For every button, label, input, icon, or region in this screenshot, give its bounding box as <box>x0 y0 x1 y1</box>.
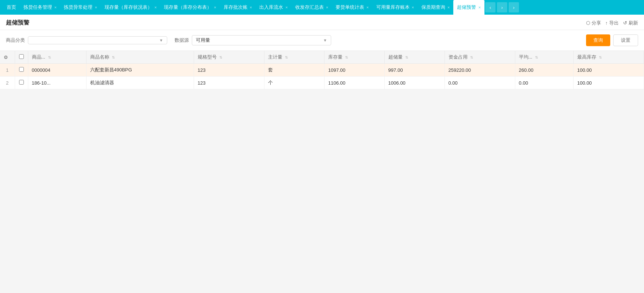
table-header-row: ⚙ 商品... ⇅ 商品名称 ⇅ 规格型号 ⇅ 主计量 <box>0 51 644 64</box>
col-avg-header[interactable]: 平均... ⇅ <box>515 51 573 64</box>
row-checkbox-1[interactable] <box>15 64 28 77</box>
nav-item-exception[interactable]: 拣货异常处理 × <box>60 0 100 15</box>
row-product-code-1: 0000004 <box>28 64 86 77</box>
close-icon-batch[interactable]: × <box>250 5 252 10</box>
col-overstock-header[interactable]: 超储量 ⇅ <box>384 51 444 64</box>
gear-icon[interactable]: ⚙ <box>4 55 8 60</box>
category-filter-group: 商品分类 ▼ <box>6 36 167 44</box>
col-max-header[interactable]: 最高库存 ⇅ <box>573 51 644 64</box>
row-select-checkbox-1[interactable] <box>19 67 24 72</box>
sort-icon-stock: ⇅ <box>345 55 348 59</box>
row-seq-1: 1 <box>0 64 15 77</box>
nav-next-arrow[interactable]: › <box>497 2 507 12</box>
datasource-value: 可用量 <box>196 37 210 44</box>
col-select-all[interactable] <box>15 51 28 64</box>
nav-prev-arrow[interactable]: ‹ <box>485 2 495 12</box>
nav-item-req-stats[interactable]: 要货单统计表 × <box>332 0 372 15</box>
nav-label-exception: 拣货异常处理 <box>64 4 92 11</box>
close-icon-expiry[interactable]: × <box>447 5 450 10</box>
nav-item-available[interactable]: 可用量库存账本 × <box>373 0 418 15</box>
col-product-code-label: 商品... <box>32 54 45 60</box>
nav-label-stock-status: 现存量（库存状况表） <box>105 4 152 11</box>
refresh-button[interactable]: ↺ 刷新 <box>623 20 638 26</box>
table-container: ⚙ 商品... ⇅ 商品名称 ⇅ 规格型号 ⇅ 主计量 <box>0 51 644 89</box>
nav-label-stock-dist: 现存量（库存分布表） <box>164 4 212 11</box>
nav-label-batch: 库存批次账 <box>224 4 248 11</box>
col-gear[interactable]: ⚙ <box>0 51 15 64</box>
filter-actions: 查询 设置 <box>586 34 638 46</box>
close-icon-overstock[interactable]: × <box>478 5 480 10</box>
col-max-label: 最高库存 <box>577 54 596 60</box>
sort-icon-spec: ⇅ <box>219 55 222 59</box>
nav-item-inout[interactable]: 出入库流水 × <box>256 0 291 15</box>
row-seq-2: 2 <box>0 77 15 89</box>
col-stock-header[interactable]: 库存量 ⇅ <box>324 51 384 64</box>
close-icon-task[interactable]: × <box>54 5 56 10</box>
row-select-checkbox-2[interactable] <box>19 80 24 85</box>
col-avg-label: 平均... <box>519 54 533 60</box>
close-icon-summary[interactable]: × <box>326 5 328 10</box>
row-overstock-2: 1006.00 <box>384 77 444 89</box>
close-icon-exception[interactable]: × <box>95 5 97 10</box>
col-product-name-header[interactable]: 商品名称 ⇅ <box>86 51 194 64</box>
col-unit-header[interactable]: 主计量 ⇅ <box>264 51 324 64</box>
row-checkbox-2[interactable] <box>15 77 28 89</box>
nav-item-task[interactable]: 拣货任务管理 × <box>20 0 60 15</box>
close-icon-stock-dist[interactable]: × <box>214 5 216 10</box>
nav-item-expiry[interactable]: 保质期查询 × <box>418 0 453 15</box>
close-icon-stock-status[interactable]: × <box>154 5 157 10</box>
nav-label-summary: 收发存汇总表 <box>295 4 324 11</box>
close-icon-inout[interactable]: × <box>285 5 288 10</box>
nav-item-summary[interactable]: 收发存汇总表 × <box>292 0 332 15</box>
share-button[interactable]: ⬡ 分享 <box>586 20 601 26</box>
nav-label-inout: 出入库流水 <box>259 4 283 11</box>
close-icon-req-stats[interactable]: × <box>366 5 369 10</box>
row-max-stock-1: 100.00 <box>573 64 644 77</box>
nav-bar: 首页 拣货任务管理 × 拣货异常处理 × 现存量（库存状况表） × 现存量（库存… <box>0 0 644 15</box>
row-product-name-1: 六配套新昌490BPG <box>86 64 194 77</box>
col-capital-header[interactable]: 资金占用 ⇅ <box>444 51 515 64</box>
select-all-checkbox[interactable] <box>19 54 24 59</box>
col-overstock-label: 超储量 <box>388 54 403 60</box>
table-row: 1 0000004 六配套新昌490BPG 123 套 1097.00 997.… <box>0 64 644 77</box>
share-label: 分享 <box>592 20 601 26</box>
datasource-filter-group: 数据源 可用量 ▼ <box>175 35 331 45</box>
col-capital-label: 资金占用 <box>449 54 468 60</box>
nav-item-overstock[interactable]: 超储预警 × <box>453 0 484 15</box>
col-spec-header[interactable]: 规格型号 ⇅ <box>194 51 264 64</box>
nav-label-available: 可用量库存账本 <box>376 4 410 11</box>
nav-item-batch[interactable]: 库存批次账 × <box>220 0 256 15</box>
page-title: 超储预警 <box>6 19 29 27</box>
refresh-icon: ↺ <box>623 20 627 26</box>
sort-icon-overstock: ⇅ <box>405 55 408 59</box>
nav-label-task: 拣货任务管理 <box>23 4 52 11</box>
export-button[interactable]: ↑ 导出 <box>605 20 619 26</box>
filter-bar: 商品分类 ▼ 数据源 可用量 ▼ 查询 设置 <box>0 30 644 51</box>
settings-button[interactable]: 设置 <box>613 34 638 46</box>
datasource-select[interactable]: 可用量 ▼ <box>192 35 331 45</box>
refresh-label: 刷新 <box>629 20 638 26</box>
col-product-code-header[interactable]: 商品... ⇅ <box>28 51 86 64</box>
row-spec-2: 123 <box>194 77 264 89</box>
nav-label-req-stats: 要货单统计表 <box>336 4 364 11</box>
nav-more-arrow[interactable]: › <box>509 2 519 12</box>
row-overstock-1: 997.00 <box>384 64 444 77</box>
row-avg-1: 260.00 <box>515 64 573 77</box>
sort-icon-avg: ⇅ <box>535 55 538 59</box>
table-row: 2 186-10... 机油滤清器 123 个 1106.00 1006.00 … <box>0 77 644 89</box>
row-product-name-2: 机油滤清器 <box>86 77 194 89</box>
export-icon: ↑ <box>605 20 608 26</box>
category-select[interactable]: ▼ <box>28 36 167 44</box>
query-button[interactable]: 查询 <box>586 34 610 46</box>
row-avg-2: 0.00 <box>515 77 573 89</box>
datasource-label: 数据源 <box>175 37 189 44</box>
close-icon-available[interactable]: × <box>412 5 414 10</box>
row-stock-2: 1106.00 <box>324 77 384 89</box>
nav-label-home: 首页 <box>7 4 16 11</box>
sort-icon-max: ⇅ <box>599 55 602 59</box>
nav-item-home[interactable]: 首页 <box>3 0 20 15</box>
nav-item-stock-dist[interactable]: 现存量（库存分布表） × <box>160 0 220 15</box>
nav-item-stock-status[interactable]: 现存量（库存状况表） × <box>101 0 160 15</box>
category-label: 商品分类 <box>6 37 25 44</box>
datasource-chevron-icon: ▼ <box>323 38 327 42</box>
